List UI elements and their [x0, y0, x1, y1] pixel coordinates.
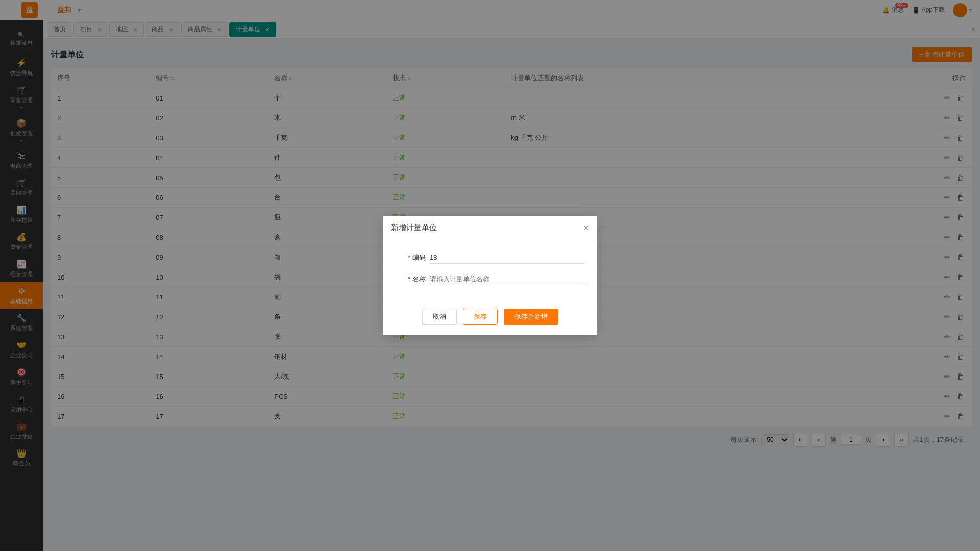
code-input[interactable] — [430, 252, 585, 264]
modal-close-button[interactable]: × — [583, 223, 589, 233]
modal-overlay[interactable]: 新增计量单位 × * 编码 * 名称 取消 保存 保存并新增 — [0, 0, 980, 551]
name-input[interactable] — [430, 273, 585, 285]
save-button[interactable]: 保存 — [463, 309, 498, 325]
cancel-button[interactable]: 取消 — [422, 309, 457, 325]
name-label: * 名称 — [395, 274, 426, 284]
modal-footer: 取消 保存 保存并新增 — [383, 303, 597, 335]
code-label: * 编码 — [395, 253, 426, 262]
modal-header: 新增计量单位 × — [383, 216, 597, 239]
modal-title: 新增计量单位 — [391, 223, 437, 233]
form-row-name: * 名称 — [395, 273, 585, 285]
form-row-code: * 编码 — [395, 252, 585, 264]
modal-body: * 编码 * 名称 — [383, 239, 597, 303]
save-and-new-button[interactable]: 保存并新增 — [504, 309, 558, 325]
add-unit-modal: 新增计量单位 × * 编码 * 名称 取消 保存 保存并新增 — [383, 216, 597, 335]
